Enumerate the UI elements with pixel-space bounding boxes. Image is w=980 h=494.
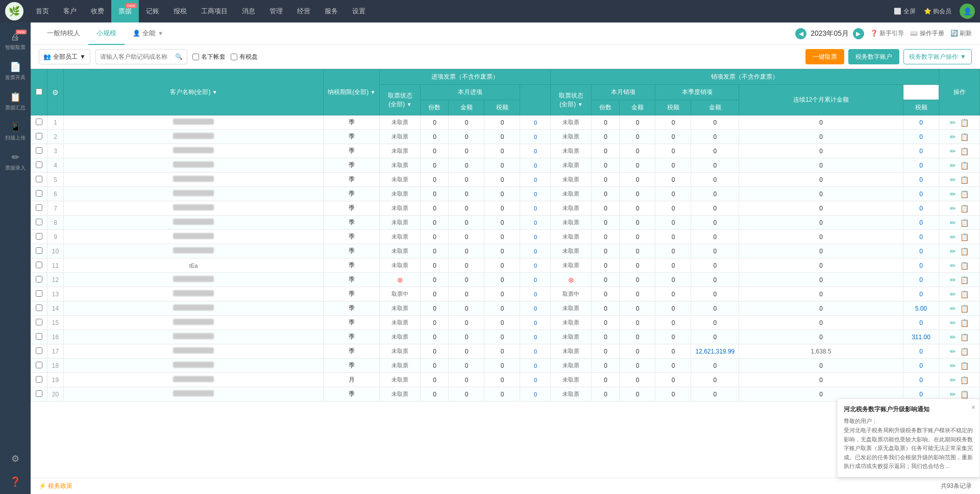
row-checkbox[interactable]: [36, 147, 42, 154]
row-client-name[interactable]: [64, 216, 324, 230]
new-guide-btn[interactable]: ❓ 新手引导: [870, 29, 904, 38]
row-detail-icon[interactable]: 📋: [960, 276, 969, 284]
row-detail-icon[interactable]: 📋: [960, 176, 969, 184]
month-next-btn[interactable]: ▶: [853, 28, 864, 39]
row-detail-icon[interactable]: 📋: [960, 362, 969, 370]
row-detail-icon[interactable]: 📋: [960, 119, 969, 127]
th-out-status[interactable]: 取票状态(全部) ▼: [551, 85, 592, 115]
row-client-name[interactable]: [64, 130, 324, 144]
row-edit-icon[interactable]: ✏: [950, 204, 956, 213]
row-checkbox[interactable]: [36, 390, 42, 397]
th-in-status[interactable]: 取票状态(全部) ▼: [380, 85, 421, 115]
row-checkbox-cell[interactable]: [31, 158, 47, 173]
row-client-name[interactable]: [64, 115, 324, 130]
row-client-name[interactable]: [64, 359, 324, 373]
row-checkbox-cell[interactable]: [31, 387, 47, 402]
row-checkbox-cell[interactable]: [31, 316, 47, 330]
nav-customer[interactable]: 客户: [56, 0, 84, 22]
row-detail-icon[interactable]: 📋: [960, 161, 969, 170]
row-edit-icon[interactable]: ✏: [950, 119, 956, 127]
row-client-name[interactable]: [64, 287, 324, 301]
row-checkbox-cell[interactable]: [31, 359, 47, 373]
row-checkbox-cell[interactable]: [31, 216, 47, 230]
search-input[interactable]: [100, 53, 173, 60]
row-detail-icon[interactable]: 📋: [960, 390, 969, 398]
nav-settings[interactable]: 设置: [345, 0, 373, 22]
row-checkbox-cell[interactable]: [31, 301, 47, 316]
row-edit-icon[interactable]: ✏: [950, 347, 956, 356]
row-detail-icon[interactable]: 📋: [960, 233, 969, 241]
sidebar-item-ticket-summary[interactable]: 📋 票据汇总: [0, 86, 31, 116]
row-checkbox[interactable]: [36, 304, 42, 311]
row-checkbox[interactable]: [36, 376, 42, 383]
tax-policy-link[interactable]: ⚡ 税务政策: [39, 482, 72, 490]
member-btn[interactable]: ⭐ 购会员: [924, 7, 951, 16]
manual-btn[interactable]: 📖 操作手册: [910, 29, 944, 38]
row-edit-icon[interactable]: ✏: [950, 233, 956, 241]
refresh-btn[interactable]: 🔄 刷新: [950, 29, 972, 38]
user-avatar[interactable]: 👤: [960, 4, 975, 19]
row-checkbox[interactable]: [36, 262, 42, 268]
row-checkbox-cell[interactable]: [31, 144, 47, 158]
row-checkbox-cell[interactable]: [31, 115, 47, 130]
search-input-wrap[interactable]: 🔍: [95, 49, 187, 64]
nav-ticket[interactable]: 票据 new: [111, 0, 139, 22]
row-checkbox[interactable]: [36, 161, 42, 168]
nav-business[interactable]: 工商项目: [194, 0, 235, 22]
row-edit-icon[interactable]: ✏: [950, 362, 956, 370]
row-client-name[interactable]: [64, 158, 324, 173]
tab-all-dropdown[interactable]: ▼: [158, 30, 163, 36]
row-checkbox-cell[interactable]: [31, 187, 47, 201]
row-checkbox-cell[interactable]: [31, 287, 47, 301]
row-detail-icon[interactable]: 📋: [960, 333, 969, 341]
row-client-name[interactable]: [64, 301, 324, 316]
row-checkbox[interactable]: [36, 176, 42, 182]
row-detail-icon[interactable]: 📋: [960, 290, 969, 298]
row-checkbox[interactable]: [36, 333, 42, 340]
row-checkbox-cell[interactable]: [31, 273, 47, 287]
staff-select[interactable]: 👥 全部员工 ▼: [39, 49, 90, 64]
row-checkbox-cell[interactable]: [31, 201, 47, 216]
row-checkbox[interactable]: [36, 219, 42, 225]
nav-manage[interactable]: 管理: [262, 0, 290, 22]
sidebar-item-settings[interactable]: ⚙: [0, 448, 31, 471]
nav-fee[interactable]: 收费: [84, 0, 111, 22]
row-client-name[interactable]: [64, 144, 324, 158]
row-edit-icon[interactable]: ✏: [950, 262, 956, 270]
row-client-name[interactable]: [64, 373, 324, 387]
th-client-name[interactable]: 客户名称(全部) ▼: [64, 69, 324, 115]
row-checkbox[interactable]: [36, 204, 42, 211]
row-checkbox-cell[interactable]: [31, 130, 47, 144]
month-prev-btn[interactable]: ◀: [795, 28, 806, 39]
row-client-name[interactable]: [64, 330, 324, 344]
row-checkbox-cell[interactable]: [31, 258, 47, 273]
tab-all[interactable]: 👤 全能 ▼: [125, 22, 172, 45]
row-checkbox-cell[interactable]: [31, 244, 47, 258]
row-edit-icon[interactable]: ✏: [950, 319, 956, 327]
row-detail-icon[interactable]: 📋: [960, 304, 969, 313]
row-detail-icon[interactable]: 📋: [960, 347, 969, 356]
row-detail-icon[interactable]: 📋: [960, 319, 969, 327]
row-edit-icon[interactable]: ✏: [950, 376, 956, 384]
row-client-name[interactable]: [64, 230, 324, 244]
row-checkbox-cell[interactable]: [31, 173, 47, 187]
checkbox-account[interactable]: [192, 54, 199, 60]
row-checkbox[interactable]: [36, 276, 42, 283]
row-client-name[interactable]: [64, 187, 324, 201]
row-checkbox[interactable]: [36, 133, 42, 139]
one-key-ticket-btn[interactable]: 一键取票: [805, 49, 844, 64]
tax-digital-account-op-btn[interactable]: 税务数字账户操作 ▼: [903, 49, 972, 64]
th-tax-period[interactable]: 纳税期限(全部) ▼: [324, 69, 380, 115]
row-edit-icon[interactable]: ✏: [950, 276, 956, 284]
row-edit-icon[interactable]: ✏: [950, 333, 956, 341]
tab-general-taxpayer[interactable]: 一般纳税人: [39, 22, 88, 45]
checkbox-account-label[interactable]: 名下帐套: [192, 53, 226, 61]
nav-home[interactable]: 首页: [29, 0, 56, 22]
nav-accounting[interactable]: 记账: [139, 0, 166, 22]
row-client-name[interactable]: [64, 273, 324, 287]
row-checkbox-cell[interactable]: [31, 230, 47, 244]
row-detail-icon[interactable]: 📋: [960, 262, 969, 270]
sidebar-item-scan-upload[interactable]: 📱 扫描上传: [0, 116, 31, 147]
row-checkbox-cell[interactable]: [31, 330, 47, 344]
row-edit-icon[interactable]: ✏: [950, 247, 956, 255]
